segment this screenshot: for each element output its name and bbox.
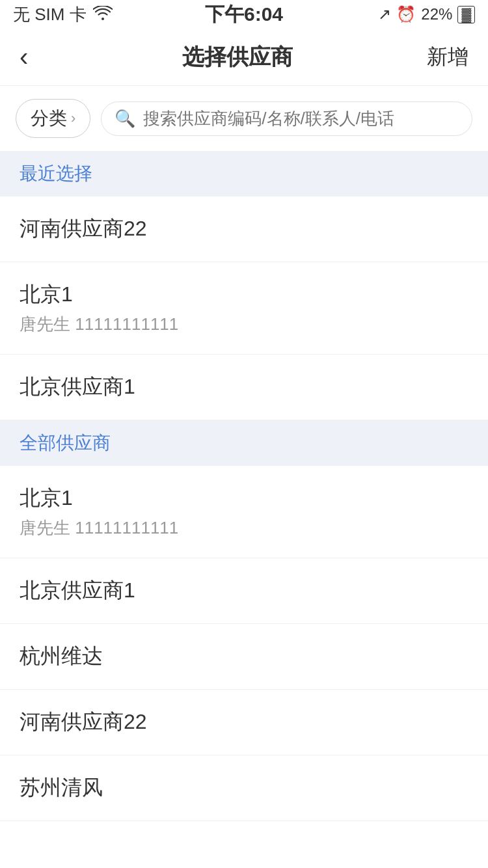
- status-time: 下午6:04: [205, 1, 283, 28]
- status-right: ↗ ⏰ 22% ▓: [378, 5, 475, 23]
- status-left: 无 SIM 卡: [13, 3, 113, 26]
- item-name: 北京1: [20, 280, 468, 309]
- item-name: 北京供应商1: [20, 373, 468, 401]
- add-button[interactable]: 新增: [416, 43, 468, 72]
- status-bar: 无 SIM 卡 下午6:04 ↗ ⏰ 22% ▓: [0, 0, 488, 29]
- search-box[interactable]: 🔍: [101, 102, 472, 136]
- item-name: 河南供应商22: [20, 215, 468, 243]
- filter-row: 分类 › 🔍: [0, 86, 488, 151]
- carrier-label: 无 SIM 卡: [13, 3, 87, 26]
- list-item[interactable]: 河南供应商22: [0, 197, 488, 262]
- list-item[interactable]: 北京1 唐先生 11111111111: [0, 262, 488, 355]
- location-icon: ↗: [378, 5, 391, 23]
- category-button[interactable]: 分类 ›: [16, 99, 90, 138]
- item-name: 北京1: [20, 484, 468, 513]
- list-item[interactable]: 北京1 唐先生 11111111111: [0, 466, 488, 558]
- item-sub: 唐先生 11111111111: [20, 517, 468, 539]
- battery-icon: ▓: [457, 6, 475, 23]
- back-button[interactable]: ‹: [20, 42, 59, 72]
- page-title: 选择供应商: [182, 42, 293, 72]
- category-label: 分类: [31, 106, 67, 131]
- item-name: 苏州清风: [20, 774, 468, 802]
- list-item[interactable]: 河南供应商22: [0, 690, 488, 755]
- list-item[interactable]: 苏州清风: [0, 755, 488, 821]
- item-name: 杭州维达: [20, 642, 468, 671]
- search-input[interactable]: [143, 109, 459, 129]
- alarm-icon: ⏰: [396, 5, 416, 23]
- item-sub: 唐先生 11111111111: [20, 313, 468, 336]
- recent-list: 河南供应商22 北京1 唐先生 11111111111 北京供应商1: [0, 197, 488, 420]
- list-item[interactable]: 北京供应商1: [0, 558, 488, 624]
- list-item[interactable]: 北京供应商1: [0, 355, 488, 420]
- wifi-icon: [93, 5, 113, 25]
- all-list: 北京1 唐先生 11111111111 北京供应商1 杭州维达 河南供应商22 …: [0, 466, 488, 821]
- search-icon: 🔍: [115, 109, 135, 129]
- recent-section-header: 最近选择: [0, 151, 488, 197]
- nav-bar: ‹ 选择供应商 新增: [0, 29, 488, 86]
- list-item[interactable]: 杭州维达: [0, 624, 488, 690]
- chevron-right-icon: ›: [71, 110, 75, 127]
- item-name: 北京供应商1: [20, 576, 468, 605]
- item-name: 河南供应商22: [20, 708, 468, 737]
- all-section-header: 全部供应商: [0, 420, 488, 466]
- battery-label: 22%: [421, 5, 452, 23]
